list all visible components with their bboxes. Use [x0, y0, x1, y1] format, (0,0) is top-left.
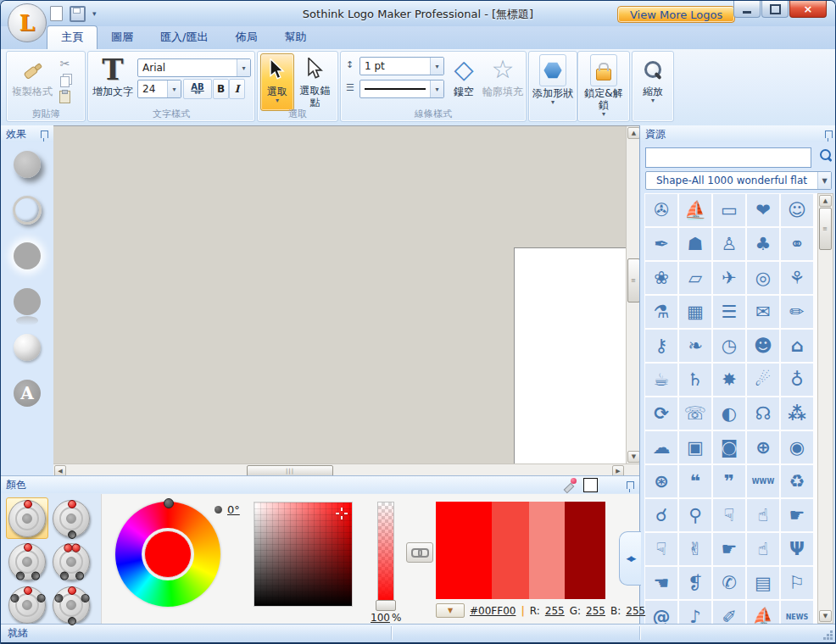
hex-value[interactable]: #00FF00: [470, 605, 516, 617]
alpha-slider[interactable]: [377, 502, 394, 603]
hand-point-up-icon[interactable]: ☝: [747, 533, 779, 565]
resource-search-input[interactable]: [645, 147, 811, 168]
lock-unlock-button[interactable]: 鎖定&解鎖 ▾: [580, 54, 627, 117]
guitar-icon[interactable]: ✐: [713, 601, 745, 624]
hand-point-down-icon[interactable]: ☟: [713, 499, 745, 531]
globe-cursor-icon[interactable]: ☌: [645, 499, 677, 531]
pin-icon[interactable]: [627, 481, 634, 489]
gift-box-icon[interactable]: ▦: [679, 296, 711, 328]
color-scheme-2[interactable]: [50, 497, 92, 539]
select-dropdown-icon[interactable]: ▾: [276, 98, 279, 103]
effect-sphere-button[interactable]: [7, 330, 47, 364]
house-icon[interactable]: ⌂: [781, 330, 813, 362]
chick-icon[interactable]: ♙: [713, 228, 745, 260]
zoom-button[interactable]: 縮放 ▾: [634, 54, 672, 117]
paper-plane-icon[interactable]: ✈: [713, 262, 745, 294]
tab-home[interactable]: 主頁: [47, 25, 98, 49]
padlock-icon[interactable]: ⚷: [645, 330, 677, 362]
post-horn-icon[interactable]: ❧: [679, 330, 711, 362]
effect-reflect-button[interactable]: [7, 285, 47, 319]
coffee-cup-icon[interactable]: ☕: [645, 364, 677, 396]
font-family-dropdown-icon[interactable]: ▾: [237, 59, 250, 76]
handshake-heart-icon[interactable]: ❤: [747, 194, 779, 226]
scroll-up-icon[interactable]: ▲: [819, 195, 832, 207]
resource-category-dropdown-icon[interactable]: ▼: [817, 172, 831, 189]
pin-icon[interactable]: [41, 130, 48, 138]
target-arrow-icon[interactable]: ◎: [747, 262, 779, 294]
color-scheme-4[interactable]: [50, 541, 92, 582]
planet-icon[interactable]: ♄: [679, 364, 711, 396]
pin-icon[interactable]: [825, 130, 833, 138]
swatch-3[interactable]: [529, 502, 565, 599]
scroll-up-icon[interactable]: ▲: [627, 127, 640, 139]
recycle-arrows-icon[interactable]: ♻: [781, 465, 813, 497]
color-scheme-6[interactable]: [50, 584, 92, 625]
font-size-dropdown-icon[interactable]: ▾: [167, 80, 181, 97]
alpha-slider-thumb[interactable]: [376, 600, 396, 611]
globe-chat-icon[interactable]: ❡: [679, 567, 711, 599]
effect-bevel-button[interactable]: [7, 193, 47, 227]
scroll-down-icon[interactable]: ▼: [627, 451, 640, 463]
outline-fill-button[interactable]: ☆ 輪廓填充: [482, 54, 523, 108]
swatch-2[interactable]: [492, 502, 529, 599]
effect-shadow-button[interactable]: [7, 147, 47, 181]
add-shape-button[interactable]: 添加形狀 ▾: [531, 54, 575, 117]
thumbs-up-icon[interactable]: ☝: [747, 499, 779, 531]
close-button[interactable]: ×: [789, 1, 827, 18]
saturation-value-picker[interactable]: [254, 502, 353, 607]
line-style-dropdown-icon[interactable]: ▾: [430, 80, 443, 97]
globe-refresh-icon[interactable]: ⟳: [645, 397, 677, 430]
globe-location-icon[interactable]: ⚲: [679, 499, 711, 531]
clock-icon[interactable]: ◷: [713, 330, 745, 362]
current-color-swatch[interactable]: [583, 478, 598, 492]
delivery-truck-icon[interactable]: ▱: [679, 262, 711, 294]
app-logo-icon[interactable]: L: [8, 3, 47, 42]
flower-icon[interactable]: ❀: [645, 262, 677, 294]
monitor-icon[interactable]: ▣: [679, 431, 711, 464]
italic-button[interactable]: I: [229, 79, 245, 99]
globe-pin-icon[interactable]: ♁: [781, 364, 813, 396]
resources-scrollbar[interactable]: ▲ ≡ ▼: [817, 193, 833, 624]
layer-stack-icon[interactable]: ☰: [713, 296, 745, 328]
earth-icon[interactable]: ◐: [713, 397, 745, 430]
font-size-combo[interactable]: 24 ▾: [137, 80, 181, 98]
lock-dropdown-icon[interactable]: ▾: [602, 112, 605, 117]
maximize-button[interactable]: [761, 1, 789, 18]
cut-icon[interactable]: ✂: [60, 57, 70, 70]
hand-point-right-icon[interactable]: ☛: [713, 533, 745, 565]
swatch-dropdown-button[interactable]: ▼: [436, 603, 465, 618]
panel-collapse-button[interactable]: ◀▶: [619, 531, 641, 586]
theater-masks-icon[interactable]: ☻: [747, 330, 779, 362]
like-hand-icon[interactable]: ☚: [645, 567, 677, 599]
color-wheel[interactable]: [115, 502, 220, 607]
camera-icon[interactable]: ◙: [713, 431, 745, 464]
canvas-area[interactable]: ▲ ≡ ▼ ◀ ||| ▶: [53, 125, 639, 476]
color-scheme-1[interactable]: [6, 497, 48, 539]
burst-icon[interactable]: ✸: [713, 364, 745, 396]
open-palm-icon[interactable]: Ψ: [781, 533, 813, 565]
link-colors-button[interactable]: [406, 542, 433, 563]
rose-vase-icon[interactable]: ⚘: [781, 262, 813, 294]
tab-layout[interactable]: 佈局: [221, 26, 270, 49]
font-family-combo[interactable]: Arial ▾: [137, 58, 251, 77]
thumbs-down-icon[interactable]: ☟: [645, 533, 677, 565]
news-globe-icon[interactable]: NEWS: [781, 601, 813, 624]
at-sign-icon[interactable]: @: [645, 601, 677, 624]
g-value[interactable]: 255: [586, 605, 605, 617]
line-width-dropdown-icon[interactable]: ▾: [430, 58, 443, 75]
resources-scroll-thumb[interactable]: ≡: [819, 208, 832, 250]
satval-cursor[interactable]: [336, 508, 348, 519]
dog-icon[interactable]: ☺: [781, 194, 813, 226]
vertical-scroll-thumb[interactable]: ≡: [627, 258, 640, 303]
search-icon[interactable]: [820, 149, 831, 160]
ok-hand-icon[interactable]: ✌: [679, 533, 711, 565]
color-scheme-5[interactable]: [6, 584, 48, 625]
scroll-down-icon[interactable]: ▼: [819, 610, 832, 622]
resource-category-combo[interactable]: Shape-All 1000 wonderful flat ▼: [645, 171, 832, 190]
id-card-chat-icon[interactable]: ▤: [747, 567, 779, 599]
speech-bubble-2-icon[interactable]: ❞: [713, 465, 745, 497]
swatch-1[interactable]: [436, 502, 492, 599]
hue-handle[interactable]: [164, 498, 174, 508]
angle-value[interactable]: 0°: [227, 503, 240, 516]
cocktail-icon[interactable]: ⚗: [645, 296, 677, 328]
